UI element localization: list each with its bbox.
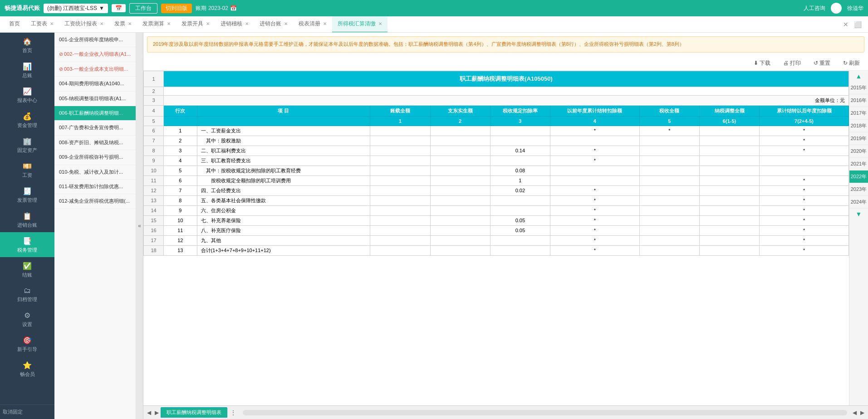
cell-i-11[interactable]: * [760,235,849,245]
cell-c-6[interactable] [370,185,430,195]
cell-g-2[interactable] [639,146,699,156]
cell-label-2[interactable]: 二、职工福利费支出 [197,146,370,156]
cell-d-5[interactable] [430,175,490,185]
cell-e-4[interactable]: 0.08 [490,166,550,175]
bottom-tab-next[interactable]: ▶ [153,409,161,416]
tab-wage-stats[interactable]: 工资统计报表 ✕ [59,16,109,33]
cell-h-5[interactable] [699,175,759,185]
cell-c-9[interactable] [370,215,430,225]
cell-f-12[interactable]: * [550,245,639,255]
cell-f-2[interactable]: * [550,146,639,156]
cell-i-2[interactable]: * [760,146,849,156]
year-2018[interactable]: 2018年 [849,120,868,132]
cell-f-9[interactable]: * [550,215,639,225]
cell-c-2[interactable] [370,146,430,156]
cell-label-0[interactable]: 一、工资薪金支出 [197,126,370,136]
cell-f-6[interactable]: * [550,185,639,195]
cell-e-2[interactable]: 0.14 [490,146,550,156]
cell-g-12[interactable] [639,245,699,255]
cell-i-9[interactable]: * [760,215,849,225]
cell-i-3[interactable] [760,156,849,166]
cell-e-9[interactable]: 0.05 [490,215,550,225]
year-2015[interactable]: 2015年 [849,82,868,94]
cell-f-4[interactable] [550,166,639,175]
tab-close-income-tax[interactable]: ✕ [378,21,382,26]
year-2017[interactable]: 2017年 [849,107,868,120]
tab-close-invoice[interactable]: ✕ [128,21,132,26]
download-button[interactable]: ⬇ 下载 [751,58,773,68]
year-2022[interactable]: 2022年 [849,171,868,183]
sidebar-item-guide[interactable]: 🎯 新手引导 [0,331,54,356]
cell-e-0[interactable] [490,126,550,136]
tab-close-all[interactable]: ✕ [840,21,851,28]
sidebar-item-reports[interactable]: 📈 报表中心 [0,83,54,107]
cell-c-3[interactable] [370,156,430,166]
refresh-button[interactable]: ↻ 刷新 [840,58,863,68]
cell-label-12[interactable]: 合计(1+3+4+7+8+9+10+11+12) [197,245,370,255]
cell-d-12[interactable] [430,245,490,255]
form-list-item-005[interactable]: 005-纳税调整项目明细表(A1... [54,92,136,106]
cell-d-0[interactable] [430,126,490,136]
cell-i-1[interactable]: * [760,136,849,146]
tab-wages[interactable]: 工资表 ✕ [25,16,59,33]
cell-i-7[interactable]: * [760,195,849,205]
year-2023[interactable]: 2023年 [849,183,868,196]
form-list-item-002[interactable]: ⊘002-一般企业收入明细表(A1... [54,47,136,62]
bottom-scroll-left[interactable]: ◀ [851,409,858,416]
cell-f-3[interactable]: * [550,156,639,166]
tab-home[interactable]: 首页 [4,16,25,33]
tab-close-purchase-check[interactable]: ✕ [245,21,249,26]
cell-label-8[interactable]: 六、住房公积金 [197,205,370,215]
cell-d-3[interactable] [430,156,490,166]
form-list-item-006[interactable]: 006-职工薪酬纳税调整明细... [54,106,136,121]
cell-f-11[interactable]: * [550,235,639,245]
cell-d-9[interactable] [430,215,490,225]
cell-label-1[interactable]: 其中：股权激励 [197,136,370,146]
cell-e-10[interactable]: 0.05 [490,225,550,235]
cell-c-8[interactable] [370,205,430,215]
cell-num-6[interactable]: 7 [164,185,197,195]
cell-num-12[interactable]: 13 [164,245,197,255]
company-selector[interactable]: (勿删) 江西赣宝-LSS ▼ [44,4,108,13]
cell-g-5[interactable] [639,175,699,185]
cell-c-5[interactable] [370,175,430,185]
cell-h-7[interactable] [699,195,759,205]
cell-c-1[interactable] [370,136,430,146]
cell-h-6[interactable] [699,185,759,195]
cell-f-0[interactable]: * [550,126,639,136]
cell-num-4[interactable]: 5 [164,166,197,175]
cell-e-1[interactable] [490,136,550,146]
sidebar-item-funds[interactable]: 💰 资金管理 [0,107,54,132]
form-list-item-010[interactable]: 010-免税、减计收入及加计... [54,165,136,180]
sidebar-item-assets[interactable]: 🏢 固定资产 [0,132,54,157]
cell-num-7[interactable]: 8 [164,195,197,205]
cell-num-1[interactable]: 2 [164,136,197,146]
cancel-pin-button[interactable]: 取消固定 [0,404,54,419]
cell-g-8[interactable] [639,205,699,215]
tab-purchase-ledger[interactable]: 进销台账 ✕ [254,16,293,33]
bottom-tab-prev[interactable]: ◀ [145,409,153,416]
form-list-item-003[interactable]: ⊘003-一般企业成本支出明细... [54,62,136,77]
cell-i-12[interactable]: * [760,245,849,255]
cell-h-12[interactable] [699,245,759,255]
sidebar-item-close[interactable]: ✅ 结账 [0,257,54,282]
cell-f-5[interactable] [550,175,639,185]
cell-d-6[interactable] [430,185,490,195]
cell-e-5[interactable]: 1 [490,175,550,185]
sidebar-item-invoice-mgmt[interactable]: 🧾 发票管理 [0,182,54,207]
cell-label-4[interactable]: 其中：按税收规定比例扣除的职工教育经费 [197,166,370,175]
cell-h-1[interactable] [699,136,759,146]
cell-h-11[interactable] [699,235,759,245]
cell-e-11[interactable] [490,235,550,245]
sidebar-item-tax-mgmt[interactable]: 📑 税务管理 [0,232,54,257]
tab-purchase-check[interactable]: 进销稽核 ✕ [215,16,254,33]
cell-g-1[interactable] [639,136,699,146]
cell-i-0[interactable]: * [760,126,849,136]
cell-e-12[interactable] [490,245,550,255]
cell-c-7[interactable] [370,195,430,205]
cell-h-9[interactable] [699,215,759,225]
tab-tax-table[interactable]: 税表清册 ✕ [293,16,332,33]
cell-i-4[interactable] [760,166,849,175]
cell-d-7[interactable] [430,195,490,205]
tab-close-invoice-open[interactable]: ✕ [206,21,210,26]
